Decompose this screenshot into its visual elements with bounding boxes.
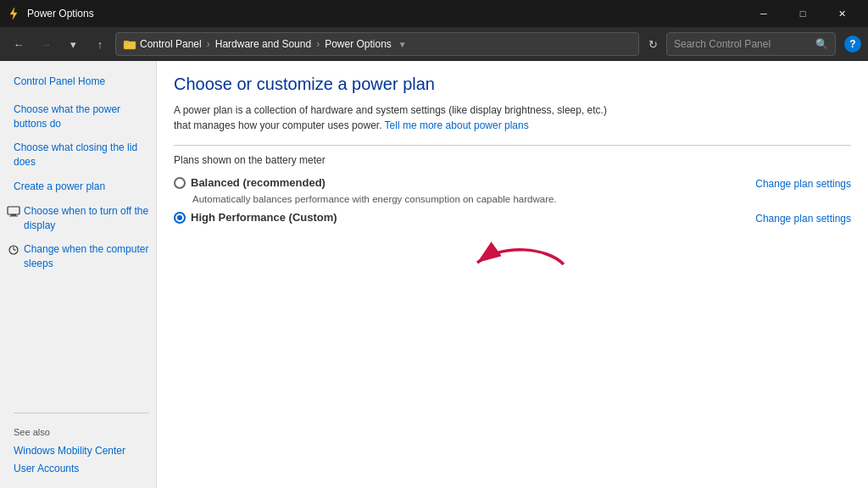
recent-locations-button[interactable]: ▾	[61, 32, 85, 56]
app-icon	[7, 7, 20, 20]
path-dropdown-icon: ▼	[398, 40, 407, 49]
radio-balanced[interactable]	[174, 177, 186, 189]
window-title: Power Options	[27, 8, 744, 19]
plan-row-high-performance: High Performance (Custom) Change plan se…	[174, 211, 851, 225]
plan-name-high-performance: High Performance (Custom)	[191, 211, 337, 224]
refresh-button[interactable]: ↻	[643, 34, 663, 54]
path-power-options[interactable]: Power Options	[325, 38, 392, 50]
arrow-annotation	[470, 239, 572, 292]
main-layout: Control Panel Home Choose what the power…	[0, 61, 868, 488]
maximize-button[interactable]: □	[783, 0, 822, 27]
sleep-icon	[7, 243, 20, 257]
svg-rect-1	[124, 42, 136, 49]
help-button[interactable]: ?	[844, 36, 861, 53]
see-also-label: See also	[14, 427, 149, 437]
sidebar-item-control-panel-home[interactable]: Control Panel Home	[0, 71, 156, 92]
svg-rect-2	[124, 41, 129, 42]
section-header: Plans shown on the battery meter	[174, 154, 851, 166]
back-button[interactable]: ←	[7, 32, 31, 56]
svg-marker-0	[10, 8, 17, 19]
path-hardware-sound[interactable]: Hardware and Sound	[215, 38, 311, 50]
sidebar-item-turn-off-display[interactable]: Choose when to turn off the display	[0, 201, 156, 236]
page-title: Choose or customize a power plan	[174, 75, 851, 94]
plan-row-balanced: Balanced (recommended) Change plan setti…	[174, 176, 851, 204]
window-controls: ─ □ ✕	[744, 0, 861, 27]
description: A power plan is a collection of hardware…	[174, 103, 615, 133]
sidebar-item-mobility-center[interactable]: Windows Mobility Center	[14, 442, 149, 460]
sidebar-item-closing-lid[interactable]: Choose what closing the lid does	[0, 137, 156, 173]
search-box[interactable]: Search Control Panel 🔍	[666, 32, 836, 56]
address-box[interactable]: Control Panel › Hardware and Sound › Pow…	[115, 32, 639, 56]
section-divider	[174, 145, 851, 146]
forward-button[interactable]: →	[34, 32, 58, 56]
folder-icon	[123, 37, 136, 51]
address-bar: ← → ▾ ↑ Control Panel › Hardware and Sou…	[0, 27, 868, 61]
change-plan-balanced[interactable]: Change plan settings	[755, 178, 851, 190]
svg-rect-4	[11, 214, 16, 216]
svg-rect-3	[8, 207, 19, 214]
content-area: Choose or customize a power plan A power…	[157, 61, 868, 488]
change-plan-high-performance[interactable]: Change plan settings	[755, 213, 851, 225]
sidebar-see-also: See also Windows Mobility Center User Ac…	[14, 413, 149, 478]
sidebar: Control Panel Home Choose what the power…	[0, 61, 157, 488]
sidebar-item-create-power-plan[interactable]: Create a power plan	[0, 176, 156, 197]
arrow-svg	[470, 239, 572, 290]
sidebar-item-power-buttons[interactable]: Choose what the power buttons do	[0, 99, 156, 135]
up-button[interactable]: ↑	[88, 32, 112, 56]
monitor-icon	[7, 205, 20, 219]
search-icon: 🔍	[815, 38, 828, 50]
sidebar-item-computer-sleeps[interactable]: Change when the computer sleeps	[0, 239, 156, 274]
tell-me-link[interactable]: Tell me more about power plans	[385, 119, 529, 131]
search-placeholder: Search Control Panel	[674, 38, 771, 50]
svg-rect-5	[9, 215, 18, 216]
close-button[interactable]: ✕	[822, 0, 861, 27]
radio-high-performance[interactable]	[174, 212, 186, 224]
minimize-button[interactable]: ─	[744, 0, 783, 27]
path-control-panel[interactable]: Control Panel	[140, 38, 202, 50]
title-bar: Power Options ─ □ ✕	[0, 0, 868, 27]
plan-desc-balanced: Automatically balances performance with …	[192, 194, 851, 204]
sidebar-item-user-accounts[interactable]: User Accounts	[14, 460, 149, 478]
sidebar-item-turn-off-display-label: Choose when to turn off the display	[24, 204, 149, 233]
plan-name-balanced: Balanced (recommended)	[191, 176, 326, 189]
sidebar-item-computer-sleeps-label: Change when the computer sleeps	[24, 242, 149, 271]
